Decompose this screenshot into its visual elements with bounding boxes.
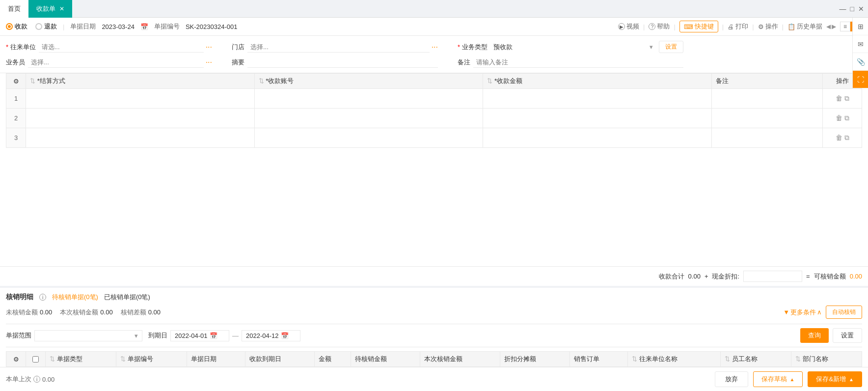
list-view-btn[interactable]: ≡ <box>840 22 850 31</box>
maximize-icon[interactable]: □ <box>850 5 854 13</box>
unverified-stat: 未核销金额 0.00 <box>6 308 52 317</box>
cell-settle-3[interactable] <box>26 128 255 148</box>
writeoff-section: 核销明细 i 待核销单据(0笔) 已核销单据(0笔) 未核销金额 0.00 本次… <box>0 286 868 367</box>
writeoff-info-icon[interactable]: i <box>39 294 46 301</box>
employee-input[interactable] <box>28 57 204 68</box>
cell-settle-1[interactable] <box>26 89 255 109</box>
gear-header[interactable]: ⚙ <box>6 74 26 89</box>
range-select[interactable]: ▾ <box>34 330 142 341</box>
sidebar-expand-icon[interactable]: ⛶ <box>853 71 868 88</box>
calendar-icon[interactable]: 📅 <box>140 23 148 30</box>
save-draft-btn[interactable]: 保存草稿 ▲ <box>753 371 803 387</box>
save-new-btn[interactable]: 保存&新增 ▲ <box>808 371 862 387</box>
select-all-checkbox[interactable] <box>32 356 39 363</box>
print-btn[interactable]: 🖨 打印 <box>728 22 748 31</box>
delete-row-1-icon[interactable]: 🗑 <box>836 94 842 103</box>
writeoff-table: ⚙ ⇅ 单据类型 ⇅ 单据编号 单据日期 <box>6 351 862 367</box>
cell-remark-1[interactable] <box>712 89 823 109</box>
summary-input[interactable] <box>247 57 438 68</box>
radio-refund[interactable]: 退款 <box>35 22 57 31</box>
cell-remark-2[interactable] <box>712 109 823 128</box>
done-tab[interactable]: 已核销单据(0笔) <box>104 293 150 302</box>
delete-row-2-icon[interactable]: 🗑 <box>836 114 842 122</box>
nav-prev-icon[interactable]: ◀ <box>826 23 831 30</box>
shortcut-btn[interactable]: ⌨ 快捷键 <box>679 21 718 32</box>
pending-tab[interactable]: 待核销单据(0笔) <box>52 293 98 302</box>
sort-icon-settle[interactable]: ⇅ <box>30 77 35 84</box>
employee-more-icon[interactable]: ··· <box>206 58 212 67</box>
date-from-picker[interactable]: 2022-04-01 📅 <box>170 330 229 341</box>
store-more-icon[interactable]: ··· <box>432 43 438 52</box>
cell-ops-2: 🗑 ⧉ <box>823 109 862 128</box>
copy-row-1-icon[interactable]: ⧉ <box>844 94 849 103</box>
history-btn[interactable]: 📋 历史单据 <box>787 22 822 31</box>
close-icon[interactable]: ✕ <box>858 5 864 13</box>
discount-input[interactable] <box>743 271 802 282</box>
store-input[interactable] <box>247 42 430 53</box>
toolbar-right: ▶ 视频 | ? 帮助 | ⌨ 快捷键 | 🖨 打印 | ⚙ 操作 <box>618 21 862 32</box>
cell-account-3[interactable] <box>254 128 483 148</box>
cell-amount-1[interactable] <box>483 89 712 109</box>
bottom-buttons: 放弃 保存草稿 ▲ 保存&新增 ▲ <box>715 371 862 387</box>
print-icon: 🖨 <box>728 23 734 30</box>
bottom-gear-header[interactable]: ⚙ <box>6 352 26 367</box>
cell-settle-2[interactable] <box>26 109 255 128</box>
receipt-table: ⚙ ⇅ *结算方式 ⇅ *收款账号 ⇅ *收款金额 备注 <box>6 73 862 148</box>
partner-label: 往来单位 <box>6 43 36 52</box>
biz-type-dropdown-icon[interactable]: ▾ <box>650 43 653 51</box>
help-btn[interactable]: ? 帮助 <box>649 22 670 31</box>
range-field: 单据范围 ▾ <box>6 330 142 341</box>
table-section: ⚙ ⇅ *结算方式 ⇅ *收款账号 ⇅ *收款金额 备注 <box>0 73 868 266</box>
sort-partner-icon[interactable]: ⇅ <box>632 355 637 363</box>
equals-sign: = <box>806 273 810 280</box>
biz-type-field: 业务类型 预收款 ▾ 设置 <box>458 41 683 53</box>
col-account: ⇅ *收款账号 <box>254 74 483 89</box>
tab-receipt[interactable]: 收款单 ✕ <box>28 0 72 18</box>
sort-employee-icon[interactable]: ⇅ <box>725 355 730 363</box>
sidebar-table-icon[interactable]: ⊞ <box>853 18 868 35</box>
cell-amount-2[interactable] <box>483 109 712 128</box>
ops-btn[interactable]: ⚙ 操作 <box>758 22 778 31</box>
tab-close-icon[interactable]: ✕ <box>59 5 64 12</box>
table-row: 1 🗑 ⧉ <box>6 89 862 109</box>
cell-remark-3[interactable] <box>712 128 823 148</box>
partner-input[interactable] <box>39 42 204 53</box>
sort-icon-amount[interactable]: ⇅ <box>487 77 492 84</box>
cell-account-2[interactable] <box>254 109 483 128</box>
settings-btn[interactable]: 设置 <box>659 41 683 53</box>
sort-icon-account[interactable]: ⇅ <box>259 77 264 84</box>
copy-row-3-icon[interactable]: ⧉ <box>844 134 849 142</box>
tab-home[interactable]: 首页 <box>0 0 28 18</box>
auto-writeoff-btn[interactable]: 自动核销 <box>826 306 862 319</box>
more-conditions-btn[interactable]: ▼ 更多条件 ∧ <box>783 308 822 317</box>
video-icon: ▶ <box>618 23 625 30</box>
col-settle: ⇅ *结算方式 <box>26 74 255 89</box>
form-section: 往来单位 ··· 门店 ··· 业务类型 预收款 ▾ 设置 业 <box>0 36 868 73</box>
copy-row-2-icon[interactable]: ⧉ <box>844 114 849 122</box>
sort-dept-icon[interactable]: ⇅ <box>795 355 801 363</box>
delete-row-3-icon[interactable]: 🗑 <box>836 134 842 142</box>
query-btn[interactable]: 查询 <box>800 328 829 343</box>
filter-settings-btn[interactable]: 设置 <box>833 328 862 343</box>
video-btn[interactable]: ▶ 视频 <box>618 22 639 31</box>
sidebar-clip-icon[interactable]: 📎 <box>853 53 868 71</box>
filter-row: 单据范围 ▾ 到期日 2022-04-01 📅 — 2022-04-12 📅 <box>6 324 862 347</box>
cell-amount-3[interactable] <box>483 128 712 148</box>
col-sales-order: 销售订单 <box>570 352 628 367</box>
remark-input[interactable] <box>473 57 683 68</box>
abandon-btn[interactable]: 放弃 <box>715 371 748 387</box>
radio-receipt[interactable]: 收款 <box>6 22 27 31</box>
sidebar-mail-icon[interactable]: ✉ <box>853 35 868 53</box>
sort-number-icon[interactable]: ⇅ <box>120 355 126 363</box>
nav-next-icon[interactable]: ▶ <box>832 23 836 30</box>
date-to-picker[interactable]: 2022-04-12 📅 <box>242 330 300 341</box>
radio-receipt-dot <box>6 23 13 30</box>
biz-type-value: 预收款 <box>490 41 650 53</box>
remark-field: 备注 <box>458 57 683 68</box>
partner-more-icon[interactable]: ··· <box>206 43 212 52</box>
range-dropdown-icon: ▾ <box>135 332 138 339</box>
minimize-icon[interactable]: — <box>840 5 846 13</box>
sort-type-icon[interactable]: ⇅ <box>50 355 55 363</box>
stat-info-icon[interactable]: i <box>33 376 40 383</box>
cell-account-1[interactable] <box>254 89 483 109</box>
